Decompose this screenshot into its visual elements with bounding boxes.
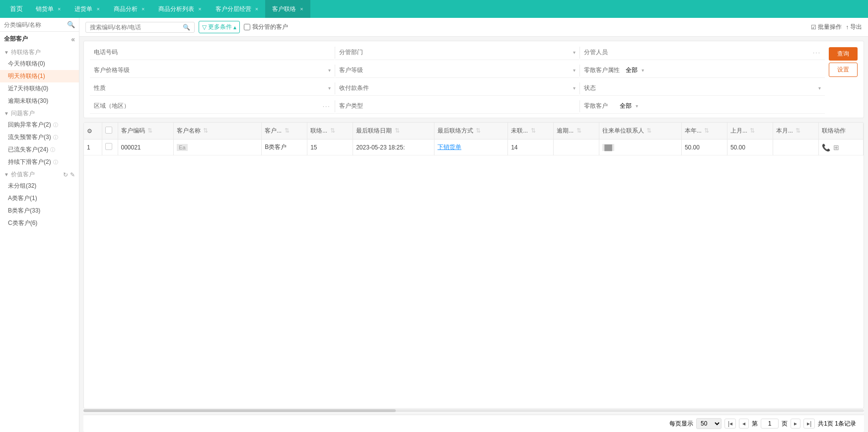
price-level-dropdown-icon[interactable] (328, 68, 331, 73)
sidebar-item-churned[interactable]: 已流失客户(24) ⓘ (0, 144, 79, 156)
payment-dropdown-icon[interactable] (573, 85, 576, 91)
search-icon[interactable]: 🔍 (183, 24, 190, 31)
query-button[interactable]: 查询 (829, 47, 858, 61)
sidebar-item-tomorrow-pending[interactable]: 明天待联络(1) (0, 70, 79, 82)
nav-customer-tier[interactable]: 客户分层经营 × (209, 0, 265, 18)
sidebar-item-declining[interactable]: 持续下滑客户(2) ⓘ (0, 156, 79, 168)
last-page-button[interactable]: ▸| (803, 419, 815, 429)
manager-dots-icon[interactable]: ··· (813, 49, 821, 56)
sort-type-icon[interactable]: ⇅ (285, 127, 289, 134)
sidebar-item-class-b[interactable]: B类客户(33) (0, 205, 79, 217)
sidebar-group-pending[interactable]: ▼ 待联络客户 (0, 46, 79, 58)
contact-phone-icon[interactable]: 📞 (822, 144, 830, 151)
region-dots-icon[interactable]: ··· (323, 103, 331, 110)
info-icon-4: ⓘ (53, 159, 58, 166)
customer-level-dropdown-icon[interactable] (573, 68, 576, 73)
sidebar-item-today-pending[interactable]: 今天待联络(0) (0, 58, 79, 70)
sidebar-item-class-a[interactable]: A类客户(1) (0, 192, 79, 205)
cell-contact-action: 📞 ⊞ (818, 140, 863, 155)
prev-page-button[interactable]: ◂ (739, 419, 749, 429)
sidebar-item-class-c[interactable]: C类客户(6) (0, 217, 79, 229)
sort-code-icon[interactable]: ⇅ (147, 127, 152, 134)
horizontal-scrollbar[interactable] (83, 409, 864, 412)
sidebar-item-unclassified[interactable]: 未分组(32) (0, 180, 79, 192)
refresh-icon[interactable]: ↻ (63, 171, 68, 178)
sidebar-item-7days-pending[interactable]: 近7天待联络(0) (0, 82, 79, 95)
sort-name-icon[interactable]: ⇅ (203, 127, 208, 134)
close-purchaseorder-icon[interactable]: × (96, 6, 99, 12)
nav-customer-contact[interactable]: 客户联络 × (265, 0, 310, 18)
close-customer-tier-icon[interactable]: × (255, 6, 258, 12)
settings-icon[interactable]: ⚙ (87, 128, 92, 135)
cell-not-contacted: 14 (508, 140, 554, 155)
content-area: 🔍 ▽ 更多条件 ▴ 我分管的客户 ☑ 批量操作 ↑ 导出 (79, 18, 868, 432)
header-checkbox[interactable] (105, 127, 112, 134)
more-filters-button[interactable]: ▽ 更多条件 ▴ (199, 21, 240, 33)
batch-operation-button[interactable]: ☑ 批量操作 (811, 23, 842, 31)
nav-product-analysis[interactable]: 商品分析 × (107, 0, 151, 18)
status-dropdown-icon[interactable] (818, 85, 821, 91)
sidebar-search-box: 🔍 (0, 18, 79, 32)
sidebar-group-problem[interactable]: ▼ 问题客户 (0, 107, 79, 119)
sidebar-group-value[interactable]: ▼ 价值客户 ↻ ✎ (0, 168, 79, 180)
col-customer-type: 客户... ⇅ (262, 123, 307, 140)
checkbox-icon: ☑ (811, 24, 816, 31)
main-layout: 🔍 全部客户 « ▼ 待联络客户 今天待联络(0) 明天待联络(1) 近7天待联… (0, 18, 868, 432)
filter-payment: 收付款条件 (335, 81, 580, 96)
filter-manager: 分管人员 ··· (580, 45, 825, 60)
next-page-button[interactable]: ▸ (791, 419, 800, 429)
contact-method-link[interactable]: 下销货单 (437, 144, 461, 150)
retail-attr-dropdown-icon[interactable] (642, 68, 644, 73)
col-overdue: 逾期... ⇅ (554, 123, 599, 140)
close-product-analysis-icon[interactable]: × (142, 6, 145, 12)
sort-date-icon[interactable]: ⇅ (395, 127, 400, 134)
dept-dropdown-icon[interactable] (573, 50, 576, 55)
sidebar-item-overdue[interactable]: 逾期未联络(30) (0, 95, 79, 107)
close-customer-contact-icon[interactable]: × (300, 6, 303, 12)
nature-dropdown-icon[interactable] (328, 85, 331, 91)
sort-not-contacted-icon[interactable]: ⇅ (531, 127, 536, 134)
set-button[interactable]: 设置 (829, 63, 858, 77)
edit-icon[interactable]: ✎ (70, 171, 75, 178)
sidebar-item-repurchase-abnormal[interactable]: 回购异常客户(2) ⓘ (0, 119, 79, 131)
sort-contact-icon[interactable]: ⇅ (330, 127, 335, 134)
sort-unit-contact-icon[interactable]: ⇅ (647, 127, 651, 134)
sidebar-search-input[interactable] (4, 21, 65, 28)
table-header-row: ⚙ 客户编码 ⇅ 客户名称 ⇅ (84, 123, 864, 140)
sort-last-month-icon[interactable]: ⇅ (750, 127, 755, 134)
search-box: 🔍 (85, 22, 195, 33)
cell-last-month: 50.00 (727, 140, 773, 155)
filter-row-1: 电话号码 分管部门 分管人员 (90, 45, 825, 60)
contact-more-icon[interactable]: ⊞ (833, 144, 839, 151)
search-input[interactable] (90, 24, 181, 31)
sidebar-search-icon[interactable]: 🔍 (67, 21, 75, 28)
sidebar-item-churn-warning[interactable]: 流失预警客户(3) ⓘ (0, 131, 79, 144)
filter-status: 状态 (580, 81, 825, 96)
col-not-contacted: 未联... ⇅ (508, 123, 554, 140)
export-button[interactable]: ↑ 导出 (846, 23, 862, 31)
per-page-select[interactable]: 50 100 200 (696, 418, 722, 429)
close-salesorder-icon[interactable]: × (58, 6, 61, 12)
nav-purchaseorder[interactable]: 进货单 × (68, 0, 106, 18)
row-checkbox[interactable] (105, 143, 112, 150)
cell-customer-name: Ea (174, 140, 262, 155)
page-suffix: 页 (782, 420, 788, 428)
chevron-up-icon: ▴ (233, 24, 236, 31)
sort-overdue-icon[interactable]: ⇅ (577, 127, 581, 134)
sort-this-month-icon[interactable]: ⇅ (796, 127, 800, 134)
my-customers-checkbox-group: 我分管的客户 (244, 23, 288, 31)
retail-customer-dropdown-icon[interactable] (636, 103, 638, 109)
sort-this-year-icon[interactable]: ⇅ (704, 127, 709, 134)
filter-row-4: 区域（地区） ··· 客户类型 (90, 99, 825, 114)
nav-salesorder[interactable]: 销货单 × (29, 0, 68, 18)
close-product-analysis-list-icon[interactable]: × (198, 6, 201, 12)
first-page-button[interactable]: |◂ (724, 419, 736, 429)
nav-product-analysis-list[interactable]: 商品分析列表 × (151, 0, 208, 18)
sort-method-icon[interactable]: ⇅ (476, 127, 481, 134)
sidebar-all-customers[interactable]: 全部客户 « (0, 32, 79, 46)
nav-home[interactable]: 首页 (4, 0, 29, 18)
my-customers-checkbox[interactable] (244, 24, 250, 30)
page-number-input[interactable] (761, 419, 779, 429)
info-icon-3: ⓘ (50, 146, 55, 153)
filter-phone-input[interactable] (128, 49, 331, 56)
